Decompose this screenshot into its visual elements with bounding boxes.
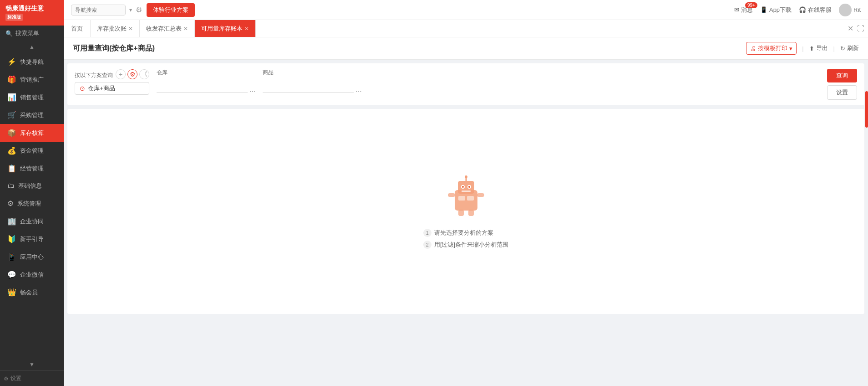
- page-title: 可用量查询(按仓库+商品): [73, 44, 155, 53]
- manage-scheme-btn[interactable]: ⚙: [127, 69, 137, 79]
- industry-btn[interactable]: 体验行业方案: [147, 3, 195, 17]
- purchase-icon: 🛒: [7, 111, 16, 119]
- sidebar-item-inventory[interactable]: 📦 库存核算: [0, 124, 64, 142]
- sidebar-scroll-up[interactable]: ▲: [0, 41, 64, 53]
- headset-icon: 🎧: [799, 6, 806, 13]
- tab-close-icon[interactable]: ✕: [183, 26, 188, 32]
- svg-rect-12: [477, 193, 484, 197]
- msg-button[interactable]: ✉ 消息 99+: [734, 6, 753, 14]
- sidebar-bottom[interactable]: ⚙ 设置: [0, 371, 64, 386]
- sidebar-scroll-down[interactable]: ▼: [0, 359, 64, 371]
- collapse-scheme-btn[interactable]: 《: [139, 69, 149, 79]
- tab-label: 可用量库存账本: [201, 25, 243, 33]
- add-scheme-btn[interactable]: +: [116, 69, 126, 79]
- print-btn[interactable]: 🖨 按模板打印 ▾: [746, 42, 797, 55]
- empty-tip-1: 1 请先选择要分析的方案: [423, 229, 508, 237]
- user-name: Rit: [853, 6, 861, 13]
- page-header-actions: 🖨 按模板打印 ▾ | ⬆ 导出 | ↻ 刷新: [746, 42, 859, 55]
- sidebar-item-system[interactable]: ⚙ 系统管理: [0, 195, 64, 212]
- header-divider: |: [802, 45, 803, 52]
- main-area: ▾ ⚙ 体验行业方案 ✉ 消息 99+ 📱 App下载 🎧 在线客服 Rit: [64, 0, 868, 386]
- warehouse-field: 仓库 ···: [157, 69, 255, 96]
- query-actions: 查询 设置: [827, 69, 857, 100]
- service-button[interactable]: 🎧 在线客服: [799, 6, 832, 14]
- sidebar-item-label: 应用中心: [20, 253, 44, 261]
- empty-illustration: [443, 174, 489, 220]
- tip-num-1: 1: [423, 229, 431, 237]
- topbar-nav-input[interactable]: [71, 5, 126, 15]
- tab-inventory-batch[interactable]: 库存批次账 ✕: [91, 20, 140, 37]
- wechat-icon: 💬: [7, 270, 16, 279]
- brand-name: 畅康通好生意: [5, 5, 58, 13]
- tab-available-stock[interactable]: 可用量库存账本 ✕: [195, 20, 256, 37]
- tip-2-text: 用[过滤]条件来缩小分析范围: [434, 241, 508, 249]
- print-dropdown-icon[interactable]: ▾: [789, 45, 792, 52]
- product-input[interactable]: [263, 82, 354, 93]
- export-btn[interactable]: ⬆ 导出: [809, 44, 828, 52]
- app-download-button[interactable]: 📱 App下载: [760, 6, 792, 14]
- tab-label: 收发存汇总表: [146, 25, 182, 33]
- sidebar-item-wechat[interactable]: 💬 企业微信: [0, 266, 64, 283]
- print-label: 按模板打印: [758, 44, 787, 52]
- tab-home-label: 首页: [71, 25, 83, 33]
- expand-icon[interactable]: ⛶: [857, 25, 864, 33]
- appcenter-icon: 📱: [7, 252, 16, 261]
- svg-rect-8: [462, 190, 471, 192]
- service-label: 在线客服: [808, 6, 832, 14]
- product-field: 商品 ···: [263, 69, 361, 96]
- sidebar-item-shortcut[interactable]: ⚡ 快捷导航: [0, 53, 64, 71]
- refresh-icon: ↻: [840, 45, 845, 52]
- svg-point-5: [468, 186, 470, 188]
- warehouse-input[interactable]: [157, 82, 248, 93]
- nav-dropdown-arrow[interactable]: ▾: [129, 7, 132, 13]
- settings-btn[interactable]: 设置: [827, 85, 857, 100]
- scheme-label: 按以下方案查询: [75, 69, 113, 79]
- sidebar-item-operation[interactable]: 📋 经营管理: [0, 160, 64, 177]
- msg-icon: ✉: [734, 6, 739, 13]
- sidebar-item-basic[interactable]: 🗂 基础信息: [0, 177, 64, 195]
- sidebar-item-label: 销售管理: [20, 93, 44, 102]
- product-more-btn[interactable]: ···: [355, 78, 361, 96]
- tab-close-icon[interactable]: ✕: [128, 26, 133, 32]
- sidebar-item-finance[interactable]: 💰 资金管理: [0, 142, 64, 160]
- svg-rect-9: [458, 196, 465, 201]
- warehouse-more-btn[interactable]: ···: [249, 78, 255, 96]
- sidebar-item-enterprise[interactable]: 🏢 企业协同: [0, 212, 64, 230]
- sidebar-item-appcenter[interactable]: 📱 应用中心: [0, 248, 64, 266]
- scheme-icon: ⊙: [80, 85, 85, 92]
- close-all-tabs-icon[interactable]: ✕: [848, 24, 853, 33]
- warehouse-field-label: 仓库: [157, 69, 255, 77]
- header-divider-2: |: [833, 45, 835, 52]
- sidebar-search[interactable]: 🔍 搜索菜单: [0, 26, 64, 41]
- sidebar-item-label: 经营管理: [20, 165, 44, 173]
- query-btn[interactable]: 查询: [827, 69, 857, 82]
- sidebar-item-member[interactable]: 👑 畅会员: [0, 283, 64, 301]
- sidebar-bottom-label: 设置: [10, 375, 21, 382]
- user-menu[interactable]: Rit: [839, 4, 861, 16]
- sidebar-item-purchase[interactable]: 🛒 采购管理: [0, 106, 64, 124]
- sales-icon: 📊: [7, 93, 16, 102]
- sidebar-logo: 畅康通好生意 标准版: [0, 0, 64, 26]
- tab-home[interactable]: 首页: [64, 20, 91, 37]
- right-scrollbar[interactable]: [865, 91, 868, 128]
- system-icon: ⚙: [7, 199, 14, 208]
- svg-rect-10: [467, 196, 474, 201]
- filter-area: 按以下方案查询 + ⚙ 《 ⊙ 仓库+商品 仓库: [67, 63, 864, 105]
- svg-point-4: [462, 186, 464, 188]
- sidebar-item-label: 新手引导: [20, 235, 44, 243]
- gear-icon[interactable]: ⚙: [136, 5, 142, 14]
- avatar: [839, 4, 852, 16]
- page-content: 可用量查询(按仓库+商品) 🖨 按模板打印 ▾ | ⬆ 导出 | ↻ 刷新: [64, 37, 868, 386]
- scheme-warehouse-product[interactable]: ⊙ 仓库+商品: [75, 82, 149, 95]
- svg-rect-11: [448, 193, 455, 197]
- sidebar-item-newuser[interactable]: 🔰 新手引导: [0, 230, 64, 248]
- product-input-row: ···: [263, 78, 361, 96]
- tab-stock-summary[interactable]: 收发存汇总表 ✕: [140, 20, 195, 37]
- tab-close-icon[interactable]: ✕: [244, 26, 249, 32]
- sidebar-item-marketing[interactable]: 🎁 营销推广: [0, 71, 64, 88]
- newuser-icon: 🔰: [7, 235, 16, 243]
- filter-schemes-section: 按以下方案查询 + ⚙ 《 ⊙ 仓库+商品: [75, 69, 149, 95]
- scheme-actions: + ⚙ 《: [116, 69, 149, 79]
- sidebar-item-sales[interactable]: 📊 销售管理: [0, 88, 64, 106]
- refresh-btn[interactable]: ↻ 刷新: [840, 44, 859, 52]
